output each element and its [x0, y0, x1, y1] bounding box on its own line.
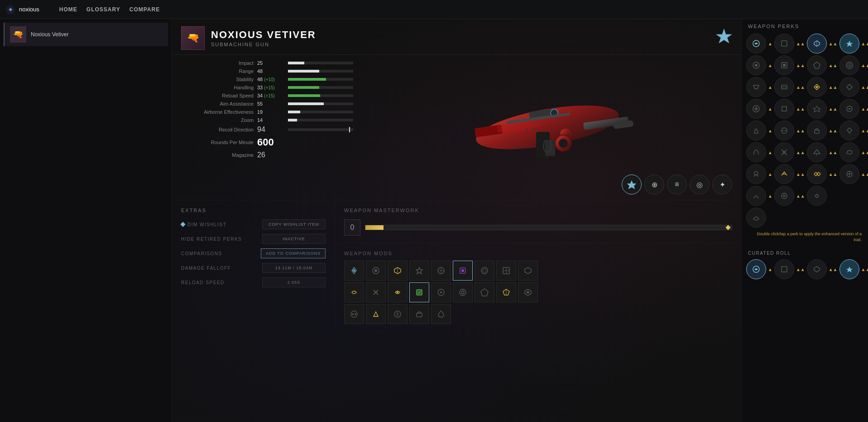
perk-5-3[interactable] [839, 121, 859, 141]
perk-6-1[interactable] [774, 142, 794, 162]
socket-0[interactable] [622, 175, 642, 194]
mod-slot-13[interactable] [431, 282, 451, 302]
perk-6-3[interactable] [839, 142, 859, 162]
comparisons-label: COMPARISONS [181, 251, 222, 256]
mod-slot-0[interactable] [344, 261, 364, 281]
perk-7-3[interactable] [839, 164, 859, 184]
perk-3-1[interactable] [774, 77, 794, 97]
perk-3-3[interactable] [839, 77, 859, 97]
socket-1[interactable]: ⊕ [644, 175, 664, 194]
mod-slot-2[interactable] [388, 261, 408, 281]
perk-arrow-2-1: ▲▲ [796, 63, 805, 68]
sidebar-item-weapon[interactable]: 🔫 Noxious Vetiver [4, 23, 168, 46]
sidebar-weapon-name: Noxious Vetiver [31, 31, 68, 38]
perk-4-3[interactable] [839, 99, 859, 119]
mod-slot-21[interactable] [409, 304, 429, 324]
perk-2-2[interactable] [807, 55, 827, 75]
svg-marker-0 [716, 29, 732, 43]
perk-arrow-5-3: ▲▲ [861, 128, 868, 133]
perk-arrow-4-3: ▲▲ [861, 107, 868, 112]
perk-8-2[interactable] [807, 186, 827, 206]
nav-home[interactable]: HOME [59, 5, 77, 15]
perk-2-3[interactable] [839, 55, 859, 75]
mod-slot-11[interactable] [388, 282, 408, 302]
perks-hint: Double click/tap a perk to apply the enh… [746, 229, 863, 246]
perk-6-2[interactable] [807, 142, 827, 162]
hide-retired-button[interactable]: INACTIVE [262, 234, 326, 244]
mod-slot-18[interactable] [344, 304, 364, 324]
mod-slot-14[interactable] [453, 282, 473, 302]
stat-impact: Impact 25 [181, 60, 353, 66]
perk-5-0[interactable] [746, 121, 766, 141]
curated-perk-2[interactable] [807, 259, 827, 279]
perk-3-2[interactable] [807, 77, 827, 97]
perk-arrow-3-1: ▲▲ [796, 85, 805, 90]
add-to-comparisons-button[interactable]: ADD TO COMPARISONS [261, 248, 326, 258]
perk-6-0[interactable] [746, 142, 766, 162]
perk-arrow-6-2: ▲▲ [829, 150, 838, 155]
perk-4-2[interactable] [807, 99, 827, 119]
curated-perk-1[interactable] [774, 259, 794, 279]
mods-grid [344, 261, 732, 324]
perk-5-1[interactable] [774, 121, 794, 141]
mod-slot-8[interactable] [518, 261, 538, 281]
perk-2-0[interactable] [746, 55, 766, 75]
mod-slot-6[interactable] [475, 261, 494, 281]
curated-perk-3[interactable] [839, 259, 859, 279]
dim-wishlist-row: DIM WISHLIST COPY WISHLIST ITEM [181, 219, 326, 229]
nav-compare[interactable]: COMPARE [129, 5, 160, 15]
perk-1-0[interactable] [746, 34, 766, 53]
mod-slot-12[interactable] [409, 282, 429, 302]
perk-2-1[interactable] [774, 55, 794, 75]
mod-slot-19[interactable] [366, 304, 386, 324]
perk-5-2[interactable] [807, 121, 827, 141]
mod-slot-9[interactable] [344, 282, 364, 302]
mod-slot-15[interactable] [475, 282, 494, 302]
svg-point-32 [397, 291, 398, 293]
perk-arrow-3-2: ▲▲ [829, 85, 838, 90]
perk-4-0[interactable] [746, 99, 766, 119]
curated-arrow-3: ▲▲ [861, 267, 868, 272]
curated-arrow-0: ▲ [768, 267, 772, 272]
top-nav: ◈ noxious HOME GLOSSARY COMPARE [0, 0, 868, 19]
mod-slot-17[interactable] [518, 282, 538, 302]
mod-slot-4[interactable] [431, 261, 451, 281]
perk-1-3[interactable] [839, 34, 859, 53]
stat-mag-value: 26 [257, 151, 284, 159]
stat-stability-fill [288, 78, 326, 81]
perk-3-0[interactable] [746, 77, 766, 97]
stat-handling-label: Handling [181, 85, 254, 90]
perk-1-2[interactable] [807, 34, 827, 53]
perk-8-0[interactable] [746, 186, 766, 206]
mod-slot-22[interactable] [431, 304, 451, 324]
curated-perk-0[interactable] [746, 259, 766, 279]
perk-arrow-8-0: ▲ [768, 194, 772, 199]
perk-arrow-7-3: ▲▲ [861, 172, 868, 177]
stat-range-value: 48 [257, 68, 284, 74]
mod-slot-10[interactable] [366, 282, 386, 302]
perk-8-1[interactable] [774, 186, 794, 206]
perk-arrow-5-1: ▲▲ [796, 128, 805, 133]
perk-1-1[interactable] [774, 34, 794, 53]
damage-falloff-row: DAMAGE FALLOFF 13.11m / 18.02m [181, 263, 326, 273]
nav-glossary[interactable]: GLOSSARY [86, 5, 120, 15]
socket-4[interactable]: ✦ [712, 175, 732, 194]
perk-9-0[interactable] [746, 208, 766, 228]
socket-2[interactable]: ≡ [667, 175, 687, 194]
mod-slot-7[interactable] [496, 261, 516, 281]
mod-slot-5[interactable] [453, 261, 473, 281]
copy-wishlist-button[interactable]: COPY WISHLIST ITEM [262, 219, 326, 229]
perk-7-0[interactable] [746, 164, 766, 184]
mod-slot-16[interactable] [496, 282, 516, 302]
svg-point-25 [481, 267, 488, 274]
perk-arrow-5-2: ▲▲ [829, 128, 838, 133]
stats-panel: Impact 25 Range 48 [172, 55, 362, 200]
mod-slot-20[interactable] [388, 304, 408, 324]
socket-3[interactable]: ◎ [690, 175, 710, 194]
mod-slot-3[interactable] [409, 261, 429, 281]
weapon-star-icon[interactable] [716, 28, 732, 44]
perk-4-1[interactable] [774, 99, 794, 119]
perk-7-2[interactable] [807, 164, 827, 184]
mod-slot-1[interactable] [366, 261, 386, 281]
perk-7-1[interactable] [774, 164, 794, 184]
